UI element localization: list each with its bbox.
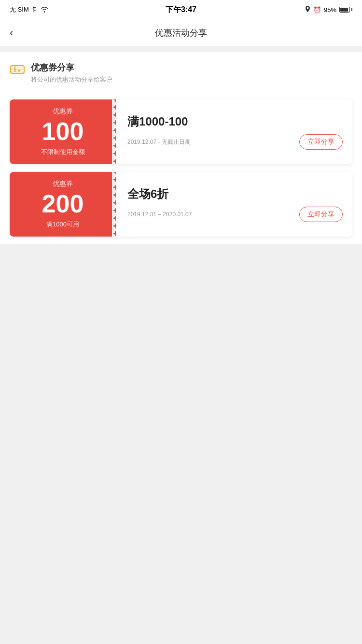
coupon-list: 优惠券 100 不限制使用金额 满1000-100 2019.12.07 - 无…: [0, 92, 362, 244]
bottom-area: [0, 244, 362, 486]
coupon-meta-2: 2019.12.31 – 2020.01.07 立即分享: [127, 207, 343, 222]
coupon-amount-2: 200: [42, 191, 84, 216]
location-icon: [305, 6, 310, 14]
battery-icon: [339, 7, 352, 13]
coupon-condition-2: 满1000可用: [46, 220, 79, 229]
separator-top: [0, 46, 362, 52]
coupon-card-2: 优惠券 200 满1000可用 全场6折 2019.12.31 – 2020.0…: [10, 172, 352, 237]
svg-text:★: ★: [17, 68, 21, 73]
battery-percent: 95%: [324, 6, 336, 14]
status-time: 下午3:47: [166, 5, 196, 15]
coupon-right-2: 全场6折 2019.12.31 – 2020.01.07 立即分享: [116, 172, 352, 237]
section-subtitle: 将公司的优惠活动分享给客户: [31, 75, 112, 84]
coupon-share-icon: ★: [10, 62, 25, 77]
share-button-2[interactable]: 立即分享: [299, 207, 343, 222]
status-right: ⏰ 95%: [305, 6, 352, 14]
wifi-icon: [41, 6, 48, 14]
carrier-label: 无 SIM 卡: [10, 5, 37, 14]
coupon-right-1: 满1000-100 2019.12.07 - 无截止日期 立即分享: [116, 99, 352, 164]
section-header: ★ 优惠券分享 将公司的优惠活动分享给客户: [0, 52, 362, 92]
coupon-type-2: 优惠券: [53, 180, 73, 188]
coupon-left-1: 优惠券 100 不限制使用金额: [10, 99, 116, 164]
coupon-type-1: 优惠券: [53, 107, 73, 116]
nav-bar: ‹ 优惠活动分享: [0, 19, 362, 46]
coupon-amount-1: 100: [42, 119, 84, 144]
alarm-icon: ⏰: [313, 6, 321, 14]
coupon-card-1: 优惠券 100 不限制使用金额 满1000-100 2019.12.07 - 无…: [10, 99, 352, 164]
coupon-date-2: 2019.12.31 – 2020.01.07: [127, 211, 295, 218]
svg-point-4: [14, 70, 16, 71]
coupon-name-2: 全场6折: [127, 186, 343, 202]
coupon-left-2: 优惠券 200 满1000可用: [10, 172, 116, 237]
coupon-date-1: 2019.12.07 - 无截止日期: [127, 138, 295, 146]
status-bar: 无 SIM 卡 下午3:47 ⏰ 95%: [0, 0, 362, 19]
status-left: 无 SIM 卡: [10, 5, 48, 14]
coupon-name-1: 满1000-100: [127, 114, 343, 129]
coupon-condition-1: 不限制使用金额: [41, 148, 85, 156]
page-title: 优惠活动分享: [155, 27, 207, 39]
share-button-1[interactable]: 立即分享: [299, 134, 343, 150]
back-button[interactable]: ‹: [10, 27, 13, 39]
section-title: 优惠券分享: [31, 62, 112, 73]
coupon-meta-1: 2019.12.07 - 无截止日期 立即分享: [127, 134, 343, 150]
section-text: 优惠券分享 将公司的优惠活动分享给客户: [31, 62, 112, 84]
